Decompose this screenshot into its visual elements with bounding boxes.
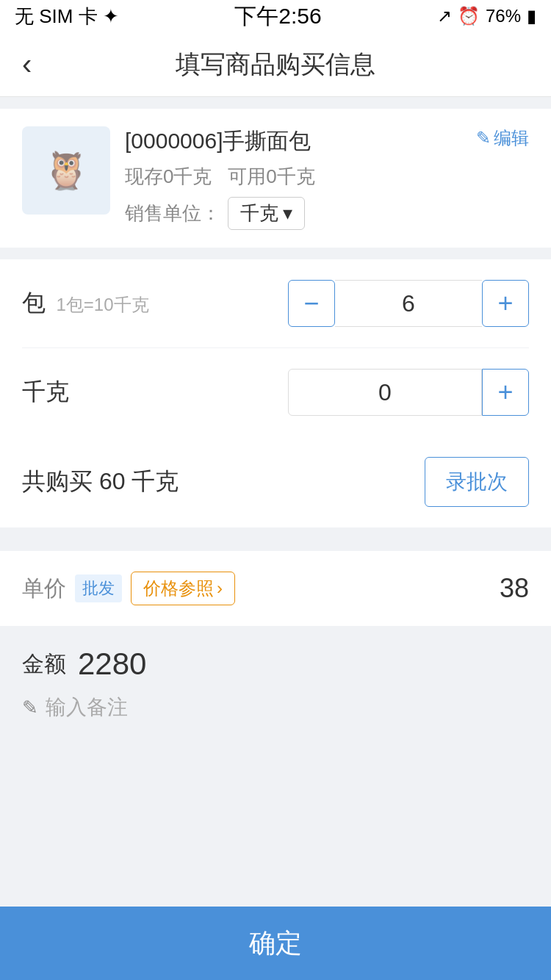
price-type-tag: 批发 [75,574,122,602]
pack-increment-button[interactable]: + [482,280,529,327]
pack-quantity-input[interactable] [335,280,482,327]
pack-label: 包 [22,289,46,316]
divider-1 [0,248,551,259]
product-header: [0000006]手撕面包 ✎ 编辑 [125,126,529,164]
price-ref-arrow: › [217,578,223,599]
sim-status: 无 SIM 卡 ✦ [15,4,119,29]
remark-row[interactable]: ✎ 输入备注 [22,693,529,721]
remark-placeholder: 输入备注 [46,693,128,721]
product-owl-icon: 🦉 [43,149,89,192]
dropdown-icon: ▾ [283,202,292,225]
kg-input-row: 千克 + [22,348,529,436]
amount-label: 金额 [22,649,66,680]
location-icon: ↗ [437,6,452,26]
pack-qty-control: − + [288,280,529,327]
kg-label-group: 千克 [22,376,69,408]
pack-hint: 1包=10千克 [56,295,148,314]
product-name: [0000006]手撕面包 [125,126,311,156]
product-unit: 销售单位： 千克 ▾ [125,197,529,230]
amount-value: 2280 [78,646,146,682]
page-title: 填写商品购买信息 [176,48,375,82]
summary-row: 共购买 60 千克 录批次 [0,436,551,527]
price-section: 单价 批发 价格参照 › 38 [0,551,551,626]
pack-input-row: 包 1包=10千克 − + [22,259,529,348]
product-stock: 现存0千克 可用0千克 [125,164,529,190]
product-info: [0000006]手撕面包 ✎ 编辑 现存0千克 可用0千克 销售单位： 千克 … [125,126,529,230]
edit-button[interactable]: ✎ 编辑 [476,126,529,150]
price-value: 38 [500,573,529,604]
nav-bar: ‹ 填写商品购买信息 [0,32,551,97]
back-button[interactable]: ‹ [22,48,32,81]
pack-label-group: 包 1包=10千克 [22,287,149,320]
amount-section: 金额 2280 ✎ 输入备注 [0,626,551,736]
price-row: 单价 批发 价格参照 › 38 [22,572,529,605]
battery-icon: ▮ [527,6,536,26]
kg-increment-button[interactable]: + [482,369,529,416]
confirm-button[interactable]: 确定 [0,907,551,980]
price-label-group: 单价 批发 价格参照 › [22,572,235,605]
remark-icon: ✎ [22,696,38,719]
product-thumbnail: 🦉 [22,126,110,215]
unit-select[interactable]: 千克 ▾ [228,197,305,230]
kg-quantity-input[interactable] [288,369,482,416]
pack-decrement-button[interactable]: − [288,280,335,327]
product-card: 🦉 [0000006]手撕面包 ✎ 编辑 现存0千克 可用0千克 销售单位： 千… [0,109,551,248]
divider-2 [0,527,551,539]
kg-qty-control: + [288,369,529,416]
status-time: 下午2:56 [234,1,321,32]
battery-level: 76% [486,6,521,26]
edit-icon: ✎ [476,128,491,148]
kg-label: 千克 [22,378,69,405]
input-section: 包 1包=10千克 − + 千克 + [0,259,551,436]
alarm-icon: ⏰ [458,6,480,26]
batch-button[interactable]: 录批次 [425,457,529,507]
status-left: 无 SIM 卡 ✦ [15,4,119,29]
summary-text: 共购买 60 千克 [22,466,179,498]
price-reference-button[interactable]: 价格参照 › [131,572,235,605]
amount-row: 金额 2280 [22,646,529,682]
status-bar: 无 SIM 卡 ✦ 下午2:56 ↗ ⏰ 76% ▮ [0,0,551,32]
status-right: ↗ ⏰ 76% ▮ [437,6,536,26]
